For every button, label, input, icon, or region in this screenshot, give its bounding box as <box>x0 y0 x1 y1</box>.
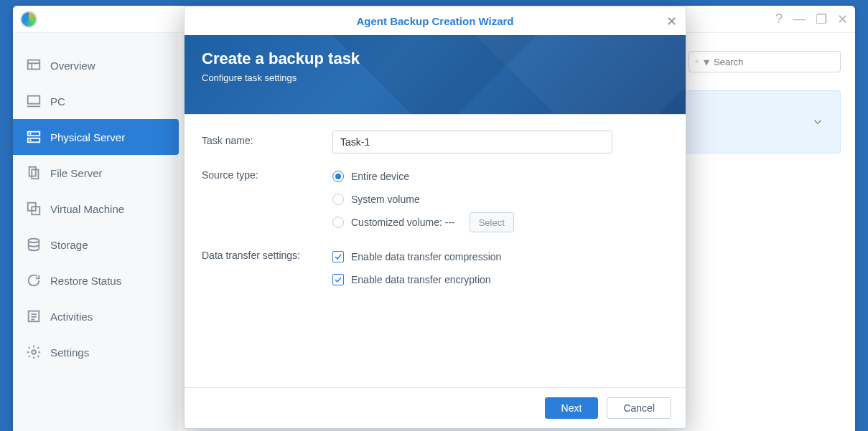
sidebar-item-file-server[interactable]: File Server <box>13 155 178 191</box>
vm-icon <box>26 201 42 217</box>
search-input[interactable] <box>714 57 834 67</box>
task-name-input[interactable] <box>332 131 612 153</box>
search-icon <box>695 57 699 67</box>
svg-rect-3 <box>28 96 40 104</box>
modal-banner: Create a backup task Configure task sett… <box>185 35 686 114</box>
radio-label: Entire device <box>351 171 409 182</box>
gear-icon <box>26 344 42 360</box>
sidebar-item-virtual-machine[interactable]: Virtual Machine <box>13 191 178 227</box>
sidebar: Overview PC Physical Server File Server <box>13 33 178 431</box>
app-icon <box>20 11 37 28</box>
next-button[interactable]: Next <box>545 397 599 419</box>
sidebar-item-activities[interactable]: Activities <box>13 298 178 334</box>
sidebar-item-physical-server[interactable]: Physical Server <box>13 119 179 155</box>
svg-point-18 <box>32 350 36 354</box>
storage-icon <box>26 237 42 252</box>
sidebar-item-label: Physical Server <box>50 131 125 143</box>
close-icon[interactable]: ✕ <box>837 11 848 27</box>
svg-rect-10 <box>32 169 38 179</box>
radio-icon <box>332 171 344 182</box>
checkbox-compression[interactable]: Enable data transfer compression <box>332 245 668 268</box>
select-volume-button[interactable]: Select <box>470 212 514 232</box>
svg-point-7 <box>30 133 32 135</box>
checkbox-icon <box>332 274 344 285</box>
radio-label: Customized volume: --- <box>351 217 455 228</box>
sidebar-item-label: File Server <box>50 167 103 179</box>
sidebar-item-label: Settings <box>50 346 89 359</box>
radio-label: System volume <box>351 194 420 205</box>
modal-footer: Next Cancel <box>185 388 686 428</box>
sidebar-item-overview[interactable]: Overview <box>13 47 178 83</box>
help-icon[interactable]: ? <box>775 11 783 27</box>
checkbox-label: Enable data transfer encryption <box>351 274 491 285</box>
sidebar-item-restore-status[interactable]: Restore Status <box>13 262 178 298</box>
checkbox-label: Enable data transfer compression <box>351 251 501 262</box>
svg-point-8 <box>30 140 32 141</box>
server-icon <box>26 129 42 145</box>
radio-entire-device[interactable]: Entire device <box>332 165 668 188</box>
svg-point-13 <box>29 239 39 243</box>
overview-icon <box>26 57 42 73</box>
sidebar-item-label: Virtual Machine <box>50 203 124 215</box>
data-transfer-label: Data transfer settings: <box>202 245 332 261</box>
task-name-label: Task name: <box>202 131 332 146</box>
radio-system-volume[interactable]: System volume <box>332 188 668 211</box>
minimize-icon[interactable]: — <box>793 11 806 27</box>
modal-titlebar: Agent Backup Creation Wizard ✕ <box>185 6 686 35</box>
checkbox-icon <box>332 251 344 262</box>
maximize-icon[interactable]: ❐ <box>816 11 827 27</box>
sidebar-item-label: Storage <box>50 239 88 251</box>
svg-line-20 <box>698 62 699 63</box>
cancel-button[interactable]: Cancel <box>607 397 671 419</box>
pc-icon <box>26 93 42 109</box>
activities-icon <box>26 308 42 324</box>
sidebar-item-storage[interactable]: Storage <box>13 227 178 262</box>
svg-rect-0 <box>28 60 40 70</box>
sidebar-item-label: Restore Status <box>50 275 121 287</box>
modal-body: Task name: Source type: Entire device Sy… <box>185 114 686 388</box>
modal-title: Agent Backup Creation Wizard <box>356 15 513 27</box>
restore-icon <box>26 273 42 288</box>
source-type-label: Source type: <box>202 165 332 181</box>
sidebar-item-label: PC <box>50 95 65 108</box>
sidebar-item-pc[interactable]: PC <box>13 83 178 119</box>
checkbox-encryption[interactable]: Enable data transfer encryption <box>332 268 668 291</box>
banner-title: Create a backup task <box>202 49 668 68</box>
radio-icon <box>332 194 344 205</box>
banner-subtitle: Configure task settings <box>202 72 668 83</box>
sidebar-item-settings[interactable]: Settings <box>13 334 178 370</box>
radio-customized-volume[interactable]: Customized volume: --- Select <box>332 211 668 234</box>
sidebar-item-label: Overview <box>50 60 95 72</box>
file-server-icon <box>26 165 42 181</box>
sidebar-item-label: Activities <box>50 311 93 323</box>
svg-point-19 <box>696 60 698 62</box>
search-box[interactable]: ▾ <box>689 51 841 72</box>
modal-close-icon[interactable]: ✕ <box>666 14 677 29</box>
radio-icon <box>332 217 344 228</box>
chevron-down-icon <box>811 115 824 131</box>
backup-wizard-modal: Agent Backup Creation Wizard ✕ Create a … <box>184 6 686 429</box>
